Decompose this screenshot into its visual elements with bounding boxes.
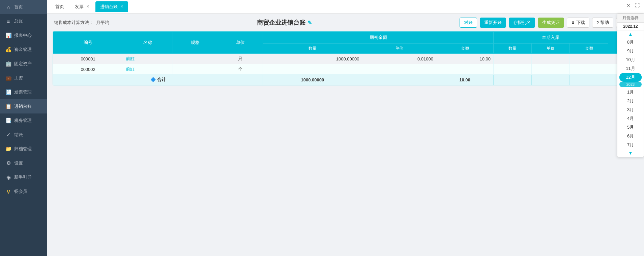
page-title-text: 商贸企业进销台账 (257, 19, 305, 27)
maximize-button[interactable]: ⛶ (633, 1, 641, 9)
guide-icon: ◉ (5, 174, 11, 180)
year-2023-label: 2023 (619, 82, 642, 87)
cost-method-label: 销售成本计算方法： 月平均 (53, 20, 109, 26)
cell-name-2: 前缸 (123, 64, 173, 75)
sidebar-item-invoice-mgmt[interactable]: 🧾 发票管理 (0, 85, 47, 99)
sidebar-label-ledger: 总账 (14, 18, 23, 24)
tab-stock-ledger-label: 进销台账 (100, 4, 118, 10)
total-init-qty: 1000.00000 (263, 75, 362, 85)
month-9[interactable]: 9月 (617, 47, 644, 55)
sidebar-item-ledger[interactable]: ≡ 总账 (0, 14, 47, 28)
sidebar-label-stock: 进销台账 (14, 103, 32, 109)
help-button[interactable]: ? 帮助 (592, 18, 613, 28)
tab-bar: 首页 发票 ✕ 进销台账 ✕ (47, 0, 644, 14)
sidebar-label-settings: 设置 (14, 160, 23, 166)
month-scroll-up[interactable]: ▲ (617, 30, 644, 38)
sidebar-item-assets[interactable]: 🏢 固定资产 (0, 57, 47, 71)
cell-in-price-2 (532, 64, 570, 75)
col-code: 编号 (53, 32, 123, 54)
tab-invoice[interactable]: 发票 ✕ (70, 1, 94, 12)
tab-stock-ledger-close[interactable]: ✕ (120, 4, 123, 9)
month-panel: 月份选择 2022.12 ▲ 8月 9月 10月 11月 12月 2023 1月… (617, 14, 644, 157)
sidebar-label-home: 首页 (14, 4, 23, 10)
month-2023-4[interactable]: 4月 (617, 114, 644, 123)
content-area: 销售成本计算方法： 月平均 商贸企业进销台账 ✎ 对账 重新开账 存报别名 生成… (47, 14, 644, 256)
cell-in-price-1 (532, 54, 570, 64)
close-button[interactable]: ✕ (624, 1, 633, 9)
reconcile-button[interactable]: 对账 (460, 18, 477, 28)
vip-icon: V (5, 189, 11, 195)
month-2023-6[interactable]: 6月 (617, 132, 644, 140)
payroll-icon: 💼 (5, 75, 11, 81)
tab-stock-ledger[interactable]: 进销台账 ✕ (95, 1, 128, 12)
cell-init-price-1: 0.01000 (362, 54, 436, 64)
table-group-header-row: 编号 名称 规格 单位 期初余额 本期入库 数 (53, 32, 638, 44)
cell-code-2: 000002 (53, 64, 123, 75)
sub-col-init-price: 单价 (362, 44, 436, 54)
window-controls: ✕ ⛶ (622, 0, 644, 11)
sidebar-item-archive[interactable]: 📁 归档管理 (0, 142, 47, 156)
sidebar-item-closing[interactable]: ✓ 结账 (0, 128, 47, 142)
sidebar-item-payroll[interactable]: 💼 工资 (0, 71, 47, 85)
current-year-label: 2022.12 (617, 23, 644, 30)
cost-method-value: 月平均 (96, 20, 109, 25)
month-2023-5[interactable]: 5月 (617, 123, 644, 132)
reopen-button[interactable]: 重新开账 (480, 18, 506, 28)
month-2023-2[interactable]: 2月 (617, 97, 644, 105)
tab-invoice-close[interactable]: ✕ (86, 4, 89, 9)
col-name: 名称 (123, 32, 173, 54)
col-group-in: 本期入库 (494, 32, 608, 44)
total-in-amount (570, 75, 608, 85)
month-2023-1[interactable]: 1月 (617, 88, 644, 97)
month-11[interactable]: 11月 (617, 64, 644, 73)
main-area: ✕ ⛶ 首页 发票 ✕ 进销台账 ✕ 销售成本计算方法： 月平均 商贸企业进销台… (47, 0, 644, 256)
month-8[interactable]: 8月 (617, 38, 644, 47)
generate-button[interactable]: 生成凭证 (538, 18, 564, 28)
sidebar-item-vip[interactable]: V 畅会员 (0, 184, 47, 199)
closing-icon: ✓ (5, 132, 11, 138)
month-2023-7[interactable]: 7月 (617, 140, 644, 149)
month-12[interactable]: 12月 (619, 73, 642, 82)
toolbar: 对账 重新开账 存报别名 生成凭证 ⬇ 下载 ? 帮助 ↻ 刷新 (460, 18, 639, 28)
sidebar-item-guide[interactable]: ◉ 新手引导 (0, 170, 47, 184)
reports-icon: 📊 (5, 32, 11, 39)
save-alias-button[interactable]: 存报别名 (509, 18, 535, 28)
month-panel-title: 月份选择 (617, 14, 644, 23)
archive-icon: 📁 (5, 146, 11, 152)
table-total-row: 🔷合计 1000.00000 10.00 (53, 75, 638, 85)
total-in-qty (494, 75, 532, 85)
stock-table-container: 编号 名称 规格 单位 期初余额 本期入库 数 数量 单价 金额 数量 单价 (53, 31, 639, 85)
cell-init-qty-1: 1000.00000 (263, 54, 362, 64)
total-init-price (362, 75, 436, 85)
content-header: 销售成本计算方法： 月平均 商贸企业进销台账 ✎ 对账 重新开账 存报别名 生成… (53, 18, 639, 28)
sidebar-label-invoice-mgmt: 发票管理 (14, 89, 32, 95)
sidebar-item-reports[interactable]: 📊 报表中心 (0, 28, 47, 43)
page-title: 商贸企业进销台账 ✎ (257, 19, 312, 27)
month-scroll-down[interactable]: ▼ (617, 149, 644, 157)
total-label-cell: 🔷合计 (53, 75, 263, 85)
cell-init-qty-2 (263, 64, 362, 75)
sidebar-item-home[interactable]: ⌂ 首页 (0, 0, 47, 14)
sidebar-label-reports: 报表中心 (14, 32, 32, 39)
assets-icon: 🏢 (5, 61, 11, 67)
cell-spec-1 (173, 54, 218, 64)
sidebar: ⌂ 首页 ≡ 总账 📊 报表中心 💰 资金管理 🏢 固定资产 💼 工资 🧾 发票… (0, 0, 47, 256)
sidebar-label-payroll: 工资 (14, 75, 23, 81)
cell-unit-2: 个 (218, 64, 263, 75)
month-2023-3[interactable]: 3月 (617, 105, 644, 114)
download-button[interactable]: ⬇ 下载 (567, 18, 589, 28)
month-10[interactable]: 10月 (617, 55, 644, 64)
sidebar-label-assets: 固定资产 (14, 61, 32, 67)
settings-icon: ⚙ (5, 160, 11, 166)
sidebar-label-guide: 新手引导 (14, 174, 32, 180)
edit-icon[interactable]: ✎ (308, 20, 312, 26)
sidebar-item-funds[interactable]: 💰 资金管理 (0, 43, 47, 57)
cell-init-amount-1: 10.00 (436, 54, 494, 64)
tab-home[interactable]: 首页 (51, 1, 69, 12)
cell-in-amount-1 (570, 54, 608, 64)
sidebar-item-settings[interactable]: ⚙ 设置 (0, 156, 47, 170)
total-in-price (532, 75, 570, 85)
sidebar-item-tax[interactable]: 📑 税务管理 (0, 113, 47, 128)
sidebar-item-stock[interactable]: 📋 进销台账 (0, 99, 47, 113)
sidebar-label-funds: 资金管理 (14, 47, 32, 53)
